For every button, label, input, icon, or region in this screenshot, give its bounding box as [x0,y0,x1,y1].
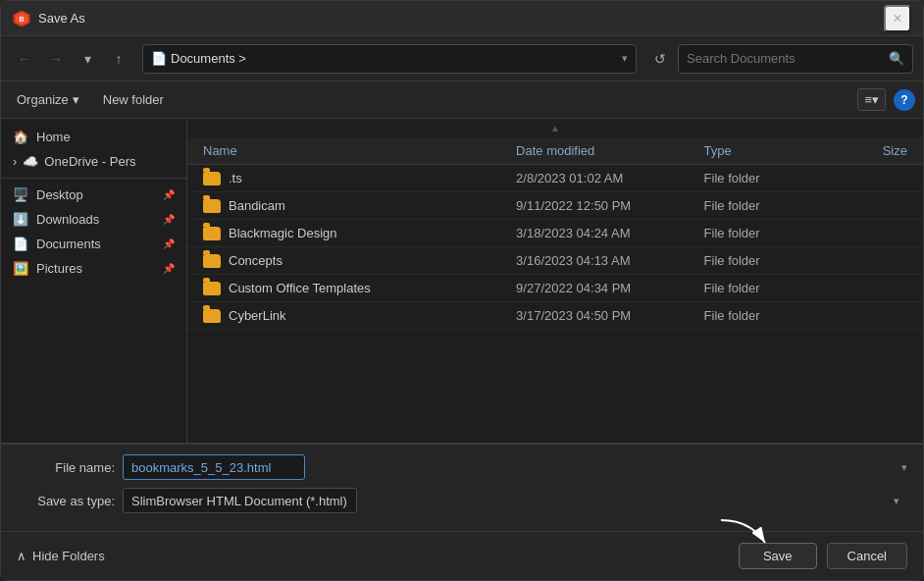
view-icon: ≡ [864,92,872,107]
home-icon: 🏠 [13,130,28,144]
sidebar-divider [1,178,186,179]
filetype-label: Save as type: [17,494,115,508]
form-panel: File name: ▾ Save as type: SlimBrowser H… [1,444,923,531]
file-name-text: .ts [229,171,242,185]
table-row[interactable]: .ts 2/8/2023 01:02 AM File folder [187,165,923,192]
organize-label: Organize [17,92,69,107]
view-button[interactable]: ≡ ▾ [857,88,886,111]
col-header-size[interactable]: Size [829,143,907,158]
sidebar-item-home[interactable]: 🏠 Home [1,125,186,149]
address-chevron-icon: ▾ [622,52,628,65]
arrow-annotation [701,515,780,555]
organize-chevron-icon: ▾ [73,92,79,107]
filename-input[interactable] [123,454,305,480]
hide-folders-chevron-icon: ∧ [17,549,26,563]
scroll-up-icon: ▲ [550,123,560,133]
up-button[interactable]: ↑ [105,45,132,73]
file-list-header: Name Date modified Type Size [187,137,923,165]
file-name-cell: Blackmagic Design [203,226,516,240]
filetype-chevron-icon: ▾ [894,495,899,507]
table-row[interactable]: Blackmagic Design 3/18/2023 04:24 AM Fil… [187,220,923,247]
col-header-type[interactable]: Type [704,143,830,158]
filename-chevron-icon: ▾ [901,461,907,474]
footer-bar: ∧ Hide Folders Save Cancel [1,531,923,580]
organize-button[interactable]: Organize ▾ [9,88,87,111]
file-date-cell: 3/18/2023 04:24 AM [516,226,703,240]
main-content: 🏠 Home › ☁️ OneDrive - Pers 🖥️ Desktop 📌… [1,119,923,443]
new-folder-label: New folder [103,92,164,107]
search-input[interactable] [687,51,883,66]
file-name-text: Bandicam [229,198,285,213]
file-name-text: Custom Office Templates [229,281,371,295]
file-type-cell: File folder [704,253,830,268]
dropdown-button[interactable]: ▾ [74,45,101,73]
sidebar-item-label: Home [36,130,71,144]
action-area: Save Cancel [739,543,907,569]
address-text: Documents > [171,51,618,66]
close-button[interactable]: × [884,5,911,32]
new-folder-button[interactable]: New folder [95,88,172,111]
sidebar-item-onedrive[interactable]: › ☁️ OneDrive - Pers [1,149,186,174]
help-button[interactable]: ? [894,89,915,111]
back-button[interactable]: ← [11,45,38,73]
col-header-date[interactable]: Date modified [516,143,703,158]
folder-icon [203,254,221,268]
sidebar-item-label: Documents [36,237,101,251]
pin-icon: 📌 [163,238,175,249]
cancel-button[interactable]: Cancel [827,543,907,569]
sidebar-item-documents[interactable]: 📄 Documents 📌 [1,232,186,256]
file-name-cell: Custom Office Templates [203,281,516,295]
folder-icon [203,172,221,185]
svg-text:B: B [19,16,24,23]
file-name-cell: Bandicam [203,198,516,213]
forward-button[interactable]: → [42,45,70,73]
downloads-icon: ⬇️ [13,212,28,227]
sidebar-item-label: Desktop [36,187,83,202]
pin-icon: 📌 [163,263,175,274]
table-row[interactable]: Custom Office Templates 9/27/2022 04:34 … [187,275,923,302]
filename-label: File name: [17,460,115,475]
search-icon: 🔍 [889,51,904,66]
pin-icon: 📌 [163,214,175,225]
sidebar-item-label: Pictures [36,261,82,276]
sidebar: 🏠 Home › ☁️ OneDrive - Pers 🖥️ Desktop 📌… [1,119,187,443]
table-row[interactable]: CyberLink 3/17/2023 04:50 PM File folder [187,302,923,330]
table-row[interactable]: Bandicam 9/11/2022 12:50 PM File folder [187,192,923,220]
refresh-button[interactable]: ↺ [646,45,674,73]
nav-bar: ← → ▾ ↑ 📄 Documents > ▾ ↺ 🔍 [1,36,923,81]
sidebar-item-downloads[interactable]: ⬇️ Downloads 📌 [1,207,186,232]
folder-icon [203,227,221,240]
dialog-title: Save As [38,11,884,26]
file-type-cell: File folder [704,226,830,240]
hide-folders-button[interactable]: ∧ Hide Folders [17,549,105,563]
folder-icon [203,282,221,295]
sidebar-item-desktop[interactable]: 🖥️ Desktop 📌 [1,183,186,207]
bottom-panel: File name: ▾ Save as type: SlimBrowser H… [1,443,923,580]
filetype-select[interactable]: SlimBrowser HTML Document (*.html) [123,488,357,513]
file-type-cell: File folder [704,308,830,323]
file-name-cell: CyberLink [203,308,516,323]
file-name-cell: .ts [203,171,516,185]
file-date-cell: 9/11/2022 12:50 PM [516,198,703,213]
sidebar-item-pictures[interactable]: 🖼️ Pictures 📌 [1,256,186,281]
file-area: ▲ Name Date modified Type Size .ts 2/8/2… [187,119,923,443]
search-bar[interactable]: 🔍 [678,44,913,74]
onedrive-icon: ☁️ [23,154,38,169]
chevron-right-icon: › [13,154,17,169]
documents-icon: 📄 [13,237,28,251]
folder-icon [203,309,221,323]
scroll-top-indicator: ▲ [187,119,923,137]
title-bar: B Save As × [1,1,923,36]
file-date-cell: 3/16/2023 04:13 AM [516,253,703,268]
file-date-cell: 3/17/2023 04:50 PM [516,308,703,323]
sidebar-item-label: OneDrive - Pers [44,154,135,169]
table-row[interactable]: Concepts 3/16/2023 04:13 AM File folder [187,247,923,275]
address-bar[interactable]: 📄 Documents > ▾ [142,44,637,74]
address-file-icon: 📄 [151,51,167,66]
filetype-row: Save as type: SlimBrowser HTML Document … [17,488,907,513]
file-type-cell: File folder [704,171,830,185]
save-as-dialog: B Save As × ← → ▾ ↑ 📄 Documents > ▾ ↺ 🔍 … [0,0,924,581]
pictures-icon: 🖼️ [13,261,28,276]
sidebar-item-label: Downloads [36,212,99,227]
col-header-name[interactable]: Name [203,143,516,158]
